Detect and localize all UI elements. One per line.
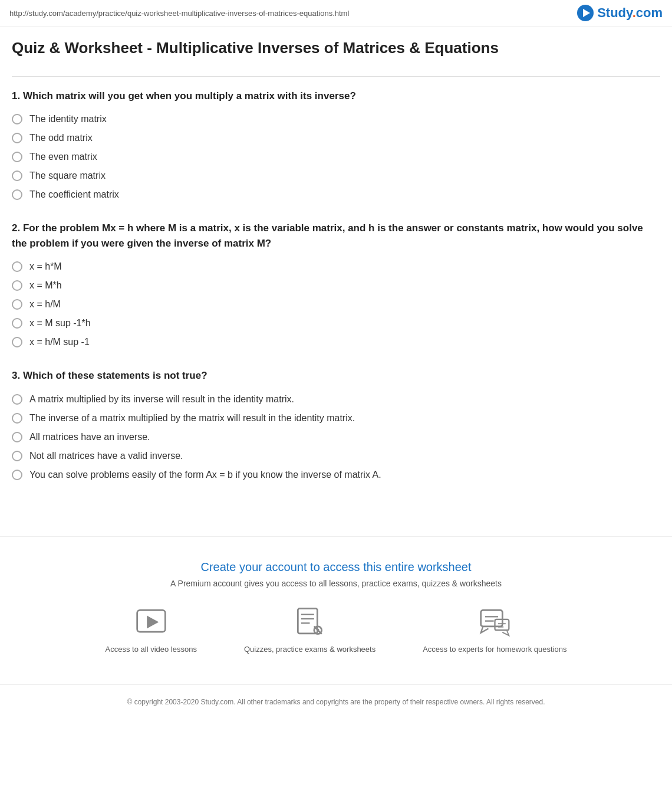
cta-item-video: Access to all video lessons <box>106 606 197 655</box>
option-label: x = h/M sup -1 <box>29 337 90 347</box>
option-row[interactable]: The square matrix <box>12 170 660 181</box>
radio-q1-d[interactable] <box>12 170 22 181</box>
option-row[interactable]: x = h/M <box>12 299 660 310</box>
option-label: All matrices have an inverse. <box>29 432 150 442</box>
logo-area: Study.com <box>577 5 663 21</box>
option-row[interactable]: x = M sup -1*h <box>12 318 660 329</box>
video-icon <box>133 606 169 638</box>
radio-q3-e[interactable] <box>12 470 22 480</box>
option-row[interactable]: A matrix multiplied by its inverse will … <box>12 394 660 405</box>
option-row[interactable]: You can solve problems easily of the for… <box>12 470 660 480</box>
option-row[interactable]: Not all matrices have a valid inverse. <box>12 451 660 461</box>
radio-q1-b[interactable] <box>12 133 22 143</box>
option-label: The identity matrix <box>29 114 107 124</box>
cta-section: Create your account to access this entir… <box>0 536 672 684</box>
radio-q2-b[interactable] <box>12 280 22 291</box>
radio-q2-a[interactable] <box>12 261 22 272</box>
footer: © copyright 2003-2020 Study.com. All oth… <box>0 684 672 720</box>
radio-q2-d[interactable] <box>12 318 22 329</box>
question-2-text: 2. For the problem Mx = h where M is a m… <box>12 221 660 251</box>
page-title: Quiz & Worksheet - Multiplicative Invers… <box>12 38 660 58</box>
option-label: The even matrix <box>29 152 97 162</box>
radio-q3-d[interactable] <box>12 451 22 461</box>
cta-item-quiz: Quizzes, practice exams & worksheets <box>244 606 375 655</box>
url-bar: http://study.com/academy/practice/quiz-w… <box>9 9 349 18</box>
option-label: A matrix multiplied by its inverse will … <box>29 394 294 405</box>
chat-icon <box>477 606 512 638</box>
radio-q2-c[interactable] <box>12 299 22 310</box>
option-row[interactable]: x = M*h <box>12 280 660 291</box>
question-1-text: 1. Which matrix will you get when you mu… <box>12 88 660 104</box>
title-divider <box>12 76 660 77</box>
option-label: x = M sup -1*h <box>29 318 91 329</box>
cta-video-label: Access to all video lessons <box>106 644 197 655</box>
option-row[interactable]: x = h/M sup -1 <box>12 337 660 347</box>
question-1: 1. Which matrix will you get when you mu… <box>12 88 660 201</box>
radio-q1-c[interactable] <box>12 152 22 162</box>
radio-q1-a[interactable] <box>12 114 22 124</box>
option-label: Not all matrices have a valid inverse. <box>29 451 183 461</box>
svg-marker-1 <box>147 615 159 628</box>
option-row[interactable]: The even matrix <box>12 152 660 162</box>
option-label: The odd matrix <box>29 133 93 143</box>
radio-q1-e[interactable] <box>12 189 22 200</box>
logo-study: Study <box>597 5 632 20</box>
radio-q3-b[interactable] <box>12 413 22 424</box>
option-row[interactable]: The inverse of a matrix multiplied by th… <box>12 413 660 424</box>
question-2: 2. For the problem Mx = h where M is a m… <box>12 221 660 347</box>
cta-subtitle: A Premium account gives you access to al… <box>12 579 660 588</box>
cta-title: Create your account to access this entir… <box>12 560 660 574</box>
question-3: 3. Which of these statements is not true… <box>12 368 660 480</box>
option-label: You can solve problems easily of the for… <box>29 470 381 480</box>
cta-item-chat: Access to experts for homework questions <box>423 606 566 655</box>
option-row[interactable]: All matrices have an inverse. <box>12 432 660 442</box>
footer-text: © copyright 2003-2020 Study.com. All oth… <box>127 698 545 706</box>
play-icon <box>583 9 590 17</box>
logo-icon <box>577 5 594 21</box>
cta-chat-label: Access to experts for homework questions <box>423 644 566 655</box>
logo-com: com <box>636 5 663 20</box>
radio-q2-e[interactable] <box>12 337 22 347</box>
cta-icons: Access to all video lessons Quizzes, pra… <box>12 606 660 655</box>
radio-q3-c[interactable] <box>12 432 22 442</box>
option-label: The square matrix <box>29 170 106 181</box>
cta-quiz-label: Quizzes, practice exams & worksheets <box>244 644 375 655</box>
option-label: x = h*M <box>29 261 62 272</box>
logo-text: Study.com <box>597 5 663 21</box>
option-row[interactable]: x = h*M <box>12 261 660 272</box>
question-3-text: 3. Which of these statements is not true… <box>12 368 660 383</box>
radio-q3-a[interactable] <box>12 394 22 405</box>
option-label: The coefficient matrix <box>29 189 119 200</box>
option-label: The inverse of a matrix multiplied by th… <box>29 413 355 424</box>
option-label: x = M*h <box>29 280 62 291</box>
option-row[interactable]: The identity matrix <box>12 114 660 124</box>
top-bar: http://study.com/academy/practice/quiz-w… <box>0 0 672 27</box>
option-row[interactable]: The coefficient matrix <box>12 189 660 200</box>
option-label: x = h/M <box>29 299 61 310</box>
quiz-icon <box>292 606 328 638</box>
main-content: Quiz & Worksheet - Multiplicative Invers… <box>0 27 672 524</box>
option-row[interactable]: The odd matrix <box>12 133 660 143</box>
